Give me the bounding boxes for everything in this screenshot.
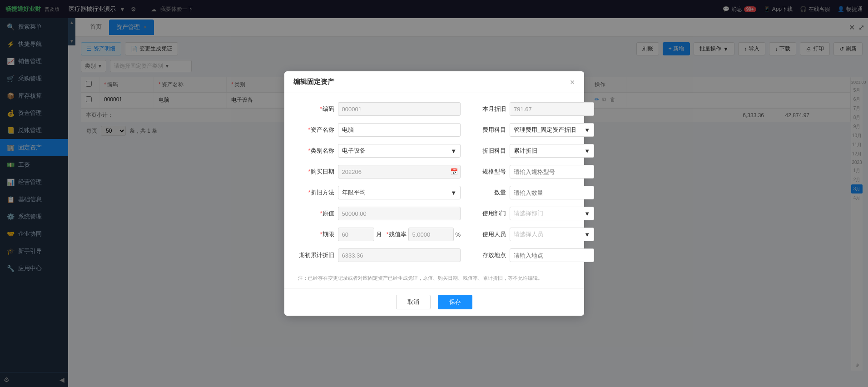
expense-subj-select[interactable]: 管理费用_固定资产折旧 ▼	[510, 123, 594, 137]
residual-rate-label: *残值率	[384, 230, 407, 238]
depr-subj-value: 累计折旧	[514, 147, 537, 155]
save-button[interactable]: 保存	[438, 295, 472, 309]
dept-placeholder: 请选择部门	[514, 209, 543, 218]
orig-value-label: *原值	[298, 209, 334, 218]
term-input-group: 月 *残值率 %	[338, 228, 461, 241]
depr-method-select[interactable]: 年限平均 ▼	[338, 186, 461, 199]
month-depr-input	[510, 102, 594, 116]
term-unit: 月	[376, 230, 382, 238]
modal-overlay: 编辑固定资产 × *编码 *资产名称	[0, 0, 868, 387]
modal-header: 编辑固定资产 ×	[284, 71, 584, 93]
person-placeholder: 请选择人员	[514, 230, 543, 238]
modal-title: 编辑固定资产	[293, 78, 334, 86]
modal-footer: 取消 保存	[284, 288, 584, 316]
expense-subj-label: 费用科目	[474, 126, 506, 134]
form-right: 本月折旧 费用科目 管理费用_固定资产折旧 ▼ 折旧科目	[474, 102, 594, 262]
modal-body: *编码 *资产名称 *类别名称 电子设备 ▼	[284, 93, 584, 271]
form-row-quantity: 数量	[474, 186, 594, 199]
spec-input[interactable]	[510, 165, 594, 179]
person-select[interactable]: 请选择人员 ▼	[510, 228, 594, 241]
form-row-accum-depr: 期初累计折旧	[298, 248, 461, 262]
dept-label: 使用部门	[474, 209, 506, 218]
category-value: 电子设备	[342, 147, 366, 155]
depr-subj-label: 折旧科目	[474, 147, 506, 155]
category-select[interactable]: 电子设备 ▼	[338, 144, 461, 158]
residual-rate-input[interactable]	[408, 228, 454, 241]
asset-name-input[interactable]	[338, 123, 461, 137]
form-row-buy-date: *购买日期 📅	[298, 165, 461, 179]
form-row-term: *期限 月 *残值率 %	[298, 228, 461, 241]
quantity-input[interactable]	[510, 186, 594, 199]
depr-subj-arrow: ▼	[584, 148, 590, 154]
modal-close-btn[interactable]: ×	[570, 78, 575, 86]
form-row-dept: 使用部门 请选择部门 ▼	[474, 207, 594, 220]
dept-select[interactable]: 请选择部门 ▼	[510, 207, 594, 220]
form-row-location: 存放地点	[474, 248, 594, 262]
month-depr-label: 本月折旧	[474, 105, 506, 113]
expense-subj-arrow: ▼	[584, 127, 590, 134]
buy-date-label: *购买日期	[298, 168, 334, 176]
edit-asset-modal: 编辑固定资产 × *编码 *资产名称	[284, 71, 584, 316]
accum-depr-label: 期初累计折旧	[298, 251, 334, 259]
form-row-spec: 规格型号	[474, 165, 594, 179]
depr-method-label: *折旧方法	[298, 189, 334, 197]
form-row-code: *编码	[298, 102, 461, 116]
form-row-depr-subj: 折旧科目 累计折旧 ▼	[474, 144, 594, 158]
form-row-orig-value: *原值	[298, 207, 461, 220]
term-label: *期限	[298, 230, 334, 238]
spec-label: 规格型号	[474, 168, 506, 176]
calendar-icon[interactable]: 📅	[450, 168, 458, 175]
orig-value-input[interactable]	[338, 207, 461, 220]
modal-note-text: 注：已经存在变更记录或者对应固定资产已经生成凭证，原值、购买日期、残值率、累计折…	[298, 275, 543, 281]
modal-note: 注：已经存在变更记录或者对应固定资产已经生成凭证，原值、购买日期、残值率、累计折…	[284, 271, 584, 288]
buy-date-wrapper: 📅	[338, 165, 461, 179]
location-input[interactable]	[510, 248, 594, 262]
depr-subj-select[interactable]: 累计折旧 ▼	[510, 144, 594, 158]
depr-method-arrow: ▼	[451, 189, 456, 196]
depr-method-value: 年限平均	[342, 189, 366, 197]
form-grid: *编码 *资产名称 *类别名称 电子设备 ▼	[298, 102, 570, 262]
buy-date-input[interactable]	[338, 165, 461, 179]
form-row-person: 使用人员 请选择人员 ▼	[474, 228, 594, 241]
location-label: 存放地点	[474, 251, 506, 259]
code-label: *编码	[298, 105, 334, 113]
dept-arrow: ▼	[584, 210, 590, 217]
category-label: *类别名称	[298, 147, 334, 155]
form-left: *编码 *资产名称 *类别名称 电子设备 ▼	[298, 102, 461, 262]
form-row-category: *类别名称 电子设备 ▼	[298, 144, 461, 158]
form-row-depr-method: *折旧方法 年限平均 ▼	[298, 186, 461, 199]
person-label: 使用人员	[474, 230, 506, 238]
category-select-arrow: ▼	[451, 148, 456, 154]
person-arrow: ▼	[584, 231, 590, 238]
expense-subj-value: 管理费用_固定资产折旧	[514, 126, 576, 134]
form-row-month-depr: 本月折旧	[474, 102, 594, 116]
form-row-expense-subj: 费用科目 管理费用_固定资产折旧 ▼	[474, 123, 594, 137]
quantity-label: 数量	[474, 189, 506, 197]
form-row-asset-name: *资产名称	[298, 123, 461, 137]
accum-depr-input[interactable]	[338, 248, 461, 262]
term-input[interactable]	[338, 228, 374, 241]
asset-name-label: *资产名称	[298, 126, 334, 134]
code-input[interactable]	[338, 102, 461, 116]
residual-rate-unit: %	[456, 231, 461, 238]
cancel-button[interactable]: 取消	[396, 295, 431, 309]
